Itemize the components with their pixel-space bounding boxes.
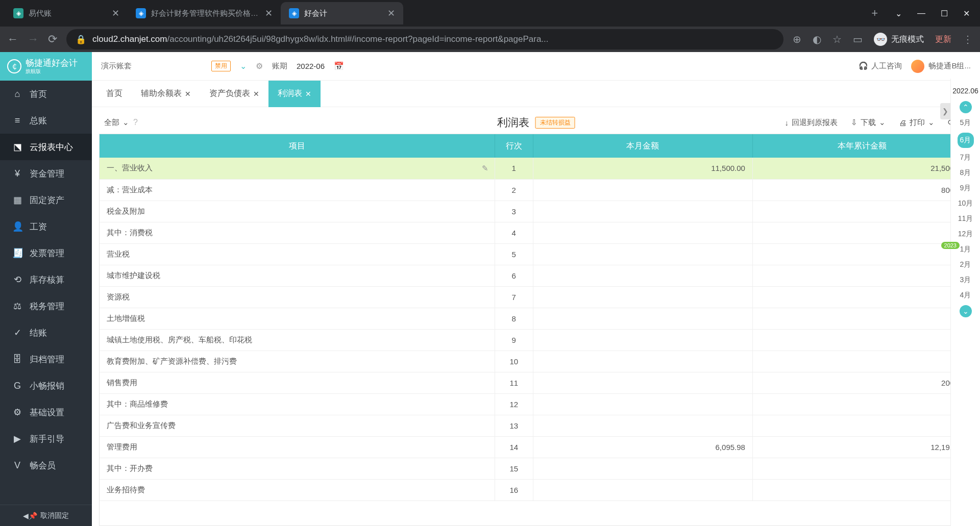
sidebar-item[interactable]: 🗄 归档管理 (0, 346, 92, 372)
page-tab-close-icon[interactable]: ✕ (185, 90, 191, 98)
table-row[interactable]: 管理费用 14 6,095.98 12,191.96 (100, 436, 972, 458)
rail-month[interactable]: 12月 (958, 227, 974, 242)
window-minimize-icon[interactable]: ― (917, 9, 925, 18)
menu-icon[interactable]: ⋮ (963, 33, 973, 45)
print-button[interactable]: 🖨打印⌄ (899, 118, 935, 128)
sidebar-item[interactable]: ⬔ 云报表中心 (0, 134, 92, 160)
sidebar-item[interactable]: 👤 工资 (0, 213, 92, 240)
col-header-item: 项目 (100, 134, 495, 158)
table-row[interactable]: 城镇土地使用税、房产税、车船税、印花税 9 (100, 329, 972, 350)
table-row[interactable]: 营业税 5 (100, 243, 972, 265)
sidebar-item[interactable]: G 小畅报销 (0, 372, 92, 399)
page-tab[interactable]: 利润表✕ (268, 81, 321, 107)
user-menu[interactable]: 畅捷通B组... (911, 60, 971, 73)
tab-close-icon[interactable]: ✕ (387, 8, 395, 19)
extension-icon[interactable]: ◐ (813, 33, 821, 45)
unpin-button[interactable]: ◀📌 取消固定 (0, 505, 92, 526)
page-tab[interactable]: 辅助余额表✕ (132, 81, 200, 107)
cell-line: 1 (495, 158, 533, 179)
cell-line: 13 (495, 415, 533, 436)
edit-icon[interactable]: ✎ (482, 164, 488, 173)
table-row[interactable]: 其中：消费税 4 (100, 222, 972, 243)
browser-tab[interactable]: ◈ 好会计 ✕ (281, 2, 403, 24)
tab-close-icon[interactable]: ✕ (112, 8, 119, 19)
rail-month[interactable]: 9月 (958, 181, 974, 196)
sidebar-item[interactable]: ≡ 总账 (0, 107, 92, 134)
table-row[interactable]: 业务招待费 16 (100, 479, 972, 500)
table-row[interactable]: 一、营业收入✎ 1 11,500.00 21,500.00 (100, 158, 972, 179)
rail-month[interactable]: 1月 (960, 242, 971, 257)
sidebar-item-label: 归档管理 (30, 354, 64, 365)
table-row[interactable]: 土地增值税 8 (100, 308, 972, 329)
cell-month-amount (533, 286, 752, 308)
page-tab[interactable]: 首页 (97, 81, 132, 107)
help-button[interactable]: 🎧 人工咨询 (859, 61, 902, 71)
rail-up-icon[interactable]: ⌃ (960, 101, 972, 113)
back-icon[interactable]: ← (7, 33, 18, 46)
sidebar-item[interactable]: ▶ 新手引导 (0, 425, 92, 452)
sidebar-item[interactable]: ⟲ 库存核算 (0, 266, 92, 293)
table-row[interactable]: 教育费附加、矿产资源补偿费、排污费 10 (100, 350, 972, 372)
rail-month[interactable]: 10月 (958, 196, 974, 211)
rail-month[interactable]: 4月 (960, 288, 971, 303)
reload-icon[interactable]: ⟳ (48, 33, 57, 46)
sidebar-item-label: 首页 (30, 88, 47, 100)
window-maximize-icon[interactable]: ☐ (941, 9, 948, 18)
reading-list-icon[interactable]: ▭ (853, 33, 863, 45)
sidebar-item[interactable]: 🧾 发票管理 (0, 240, 92, 266)
browser-tab[interactable]: ◈ 易代账 ✕ (5, 2, 128, 24)
rail-month[interactable]: 5月 (958, 115, 974, 131)
rail-year[interactable]: 2022.06 (952, 83, 978, 99)
window-caret-icon[interactable]: ⌄ (895, 9, 902, 18)
sidebar-item[interactable]: ¥ 资金管理 (0, 160, 92, 187)
table-row[interactable]: 城市维护建设税 6 (100, 265, 972, 286)
table-row[interactable]: 税金及附加 3 (100, 201, 972, 222)
table-row[interactable]: 其中：商品维修费 12 (100, 393, 972, 415)
rail-down-icon[interactable]: ⌄ (960, 305, 972, 317)
page-tab-close-icon[interactable]: ✕ (305, 90, 311, 98)
help-icon[interactable]: ? (133, 118, 138, 127)
calendar-icon[interactable]: 📅 (334, 61, 344, 71)
download-button[interactable]: ⇩下载⌄ (851, 118, 886, 128)
table-row[interactable]: 其中：开办费 15 (100, 458, 972, 479)
sidebar-item[interactable]: ⚙ 基础设置 (0, 399, 92, 425)
rail-month[interactable]: 6月 (958, 133, 974, 148)
revert-button[interactable]: ↓回退到原报表 (785, 118, 838, 128)
rail-month[interactable]: 2月 (960, 257, 971, 272)
url-path: /accounting/uh26t264j5ui/98gdhygx8w/idx.… (167, 34, 548, 44)
filter-dropdown[interactable]: 全部 ⌄ (99, 118, 129, 128)
sidebar-item[interactable]: ⌂ 首页 (0, 81, 92, 107)
tab-title: 好会计 (304, 9, 382, 18)
app-logo[interactable]: ₵ 畅捷通好会计 旗舰版 (0, 52, 92, 81)
sidebar-item[interactable]: ⚖ 税务管理 (0, 293, 92, 319)
window-close-icon[interactable]: ✕ (963, 9, 970, 18)
url-input[interactable]: 🔒 cloud2.chanjet.com/accounting/uh26t264… (66, 29, 783, 49)
sidebar-item[interactable]: V 畅会员 (0, 452, 92, 479)
rail-month[interactable]: 8月 (958, 165, 974, 181)
period-value[interactable]: 2022-06 (297, 62, 325, 70)
page-tab[interactable]: 资产负债表✕ (200, 81, 268, 107)
bookmark-icon[interactable]: ☆ (832, 33, 842, 45)
table-row[interactable]: 销售费用 11 200.00 (100, 372, 972, 393)
page-tab-close-icon[interactable]: ✕ (253, 90, 259, 98)
rail-month[interactable]: 11月 (958, 211, 974, 227)
collapse-rail-button[interactable]: ❯ (940, 103, 950, 119)
sidebar-item[interactable]: ✓ 结账 (0, 319, 92, 346)
sidebar-item[interactable]: ▦ 固定资产 (0, 187, 92, 213)
update-button[interactable]: 更新 (935, 34, 951, 45)
tab-close-icon[interactable]: ✕ (265, 8, 273, 19)
cell-year-amount (752, 479, 972, 500)
new-tab-button[interactable]: + (864, 7, 885, 20)
cell-item: 税金及附加 (100, 201, 495, 222)
rail-month[interactable]: 7月 (958, 150, 974, 165)
account-settings-icon[interactable]: ⚙ (256, 61, 263, 71)
browser-tab[interactable]: ◈ 好会计财务管理软件购买价格及... ✕ (128, 2, 281, 24)
table-row[interactable]: 减：营业成本 2 800.00 (100, 179, 972, 201)
account-name[interactable]: 演示账套 (101, 61, 132, 71)
favicon: ◈ (13, 8, 23, 18)
table-row[interactable]: 资源税 7 (100, 286, 972, 308)
rail-month[interactable]: 3月 (960, 272, 971, 288)
table-row[interactable]: 广告费和业务宣传费 13 (100, 415, 972, 436)
account-dropdown-icon[interactable]: ⌄ (240, 61, 247, 71)
zoom-icon[interactable]: ⊕ (793, 33, 801, 45)
